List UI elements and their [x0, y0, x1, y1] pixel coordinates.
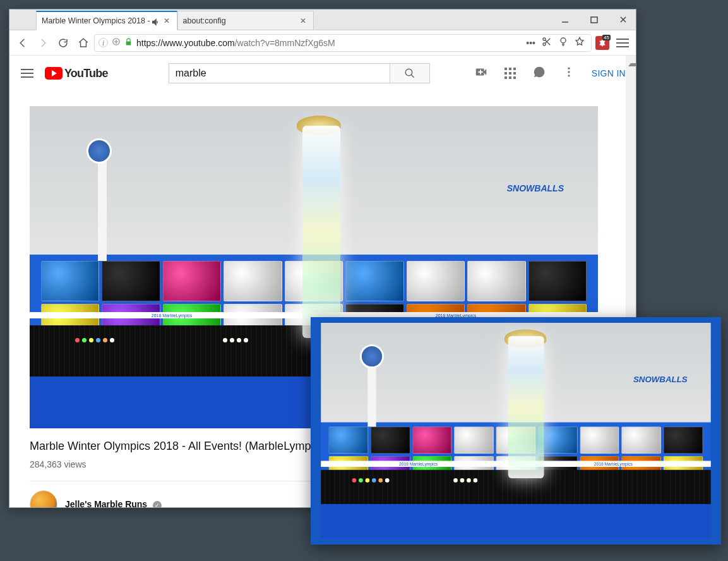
- svg-point-9: [568, 75, 570, 76]
- reload-button[interactable]: [54, 33, 73, 52]
- tab-bar: Marble Winter Olympics 2018 - ✕ about:co…: [9, 9, 636, 30]
- svg-point-8: [568, 71, 570, 73]
- home-button[interactable]: [74, 33, 93, 52]
- svg-point-6: [405, 69, 412, 76]
- forward-button[interactable]: [33, 33, 52, 52]
- search-button[interactable]: [390, 63, 430, 83]
- more-icon[interactable]: •••: [526, 38, 535, 48]
- apps-grid-icon[interactable]: [504, 68, 516, 79]
- channel-avatar[interactable]: [30, 490, 57, 507]
- tab-inactive[interactable]: about:config ✕: [177, 11, 314, 30]
- guide-menu-button[interactable]: [20, 66, 35, 81]
- back-button[interactable]: [13, 33, 32, 52]
- svg-point-3: [543, 38, 546, 40]
- close-icon[interactable]: ✕: [298, 16, 308, 25]
- close-icon[interactable]: ✕: [162, 16, 172, 25]
- window-maximize-button[interactable]: [585, 13, 603, 27]
- verified-badge-icon: ✓: [153, 501, 162, 507]
- bookmark-star-icon[interactable]: [575, 37, 585, 49]
- svg-rect-1: [591, 17, 597, 23]
- audio-icon[interactable]: [150, 16, 159, 25]
- create-video-icon[interactable]: [474, 65, 488, 81]
- lightbulb-icon[interactable]: [558, 37, 568, 49]
- youtube-logo[interactable]: YouTube: [45, 67, 108, 80]
- svg-point-5: [561, 38, 566, 43]
- addon-icon[interactable]: 45: [593, 33, 612, 52]
- menu-button[interactable]: [613, 33, 632, 52]
- search-form: [169, 63, 430, 83]
- pip-window[interactable]: 2018 MarbleLympics2018 MarbleLympics SNO…: [311, 317, 721, 545]
- settings-kebab-icon[interactable]: [563, 66, 575, 81]
- url-input[interactable]: i https://www.youtube.com/watch?v=8mmNzf…: [94, 34, 592, 52]
- channel-name[interactable]: Jelle's Marble Runs: [65, 499, 147, 507]
- messages-icon[interactable]: [532, 65, 546, 81]
- pip-video-frame: 2018 MarbleLympics2018 MarbleLympics SNO…: [321, 323, 711, 539]
- svg-point-7: [568, 68, 570, 69]
- info-icon[interactable]: i: [98, 38, 108, 47]
- tab-active[interactable]: Marble Winter Olympics 2018 - ✕: [36, 11, 177, 30]
- tab-title: about:config: [183, 16, 298, 25]
- scissors-icon[interactable]: [542, 37, 552, 49]
- window-close-button[interactable]: [614, 13, 632, 27]
- tracking-icon[interactable]: [112, 37, 121, 48]
- youtube-wordmark: YouTube: [64, 67, 108, 80]
- sign-in-button[interactable]: SIGN IN: [592, 68, 626, 78]
- url-text: https://www.youtube.com/watch?v=8mmNzfXg…: [136, 38, 587, 48]
- youtube-play-icon: [45, 67, 63, 80]
- lock-icon: [124, 38, 133, 48]
- sponsor-text: SNOWBALLS: [507, 183, 564, 193]
- address-bar: i https://www.youtube.com/watch?v=8mmNzf…: [9, 30, 636, 56]
- youtube-header: YouTube SIGN IN: [9, 56, 636, 91]
- svg-point-4: [543, 43, 546, 45]
- tab-title: Marble Winter Olympics 2018 -: [42, 16, 150, 25]
- search-input[interactable]: [169, 63, 390, 83]
- window-minimize-button[interactable]: [556, 13, 574, 27]
